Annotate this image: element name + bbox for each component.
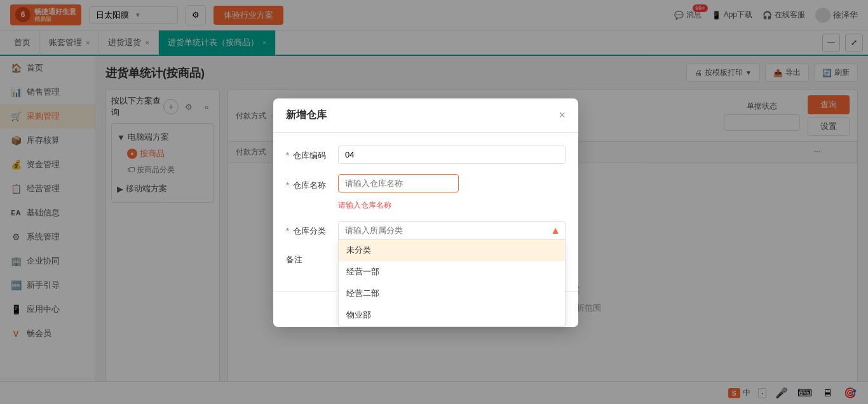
name-error-message: 请输入仓库名称: [338, 201, 391, 210]
dropdown-item-dept1[interactable]: 经营一部: [339, 261, 565, 283]
category-input[interactable]: [338, 221, 566, 239]
modal-header: 新增仓库 ×: [273, 98, 578, 133]
category-label: * 仓库分类: [286, 221, 330, 237]
select-arrow-icon[interactable]: ▲: [550, 225, 560, 236]
modal-body: * 仓库编码 * 仓库名称 请输入仓库名称: [273, 133, 578, 291]
modal-overlay[interactable]: 新增仓库 × * 仓库编码 * 仓库名称: [0, 0, 868, 404]
name-error-row: 请输入仓库名称: [338, 200, 391, 211]
new-warehouse-modal: 新增仓库 × * 仓库编码 * 仓库名称: [273, 98, 578, 327]
category-select-wrapper: ▲ 未分类 经营一部 经营二部 物业部: [338, 221, 566, 239]
dropdown-item-dept3[interactable]: 物业部: [339, 304, 565, 326]
warehouse-code-row: * 仓库编码: [286, 145, 566, 164]
name-label: * 仓库名称: [286, 175, 330, 191]
dropdown-item-dept2[interactable]: 经营二部: [339, 283, 565, 304]
category-dropdown: 未分类 经营一部 经营二部 物业部: [338, 239, 566, 327]
dropdown-item-uncategorized[interactable]: 未分类: [339, 239, 565, 261]
warehouse-code-input[interactable]: [338, 145, 566, 164]
code-label: * 仓库编码: [286, 145, 330, 161]
note-label: 备注: [286, 250, 330, 266]
warehouse-name-row: * 仓库名称 请输入仓库名称: [286, 174, 566, 211]
modal-title: 新增仓库: [286, 109, 327, 122]
warehouse-name-input[interactable]: [338, 174, 459, 192]
modal-close-button[interactable]: ×: [559, 109, 566, 122]
warehouse-category-row: * 仓库分类 ▲ 未分类 经营一部 经营二部 物业部: [286, 221, 566, 239]
